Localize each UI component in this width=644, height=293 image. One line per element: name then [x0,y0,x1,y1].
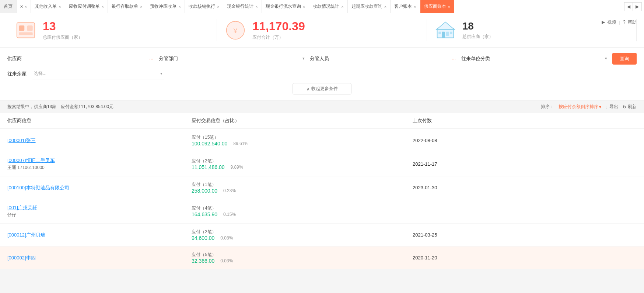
supplier-link-3[interactable]: [001]广州荣轩 [7,205,37,210]
supplier-input[interactable] [34,54,149,64]
trans-row-4: 94,600.000.08% [192,235,413,241]
last-payment-cell-1: 2021-11-17 [413,161,637,167]
header-last-payment: 上次付数 [413,117,637,124]
svg-rect-1 [19,25,24,31]
nav-tab-ar-ap-adjust[interactable]: 应收应付调整单× [65,0,108,13]
supplier-link-2[interactable]: [000100]本特勤油品有限公司 [7,185,69,190]
transaction-cell-0: 应付（15笔）100,092,540.0089.61% [192,134,413,146]
header-actions: ▶ 视频 | ? 帮助 [602,19,637,25]
transaction-cell-5: 应付（5笔）32,366.000.03% [192,252,413,264]
svg-rect-8 [442,32,444,38]
nav-tab-cash-bank-flow[interactable]: 现金银行流水查询× [262,0,309,13]
filter-area: 供应商 ··· 分管部门 ▾ 分管人员 ··· 往来单位分类 [0,48,644,101]
nav-tab-tab3[interactable]: 3× [17,0,31,13]
nav-prev-arrow[interactable]: ◀ [624,2,633,11]
collapse-button[interactable]: ∧ 收起更多条件 [293,83,351,94]
nav-tab-close-payment-stat[interactable]: × [341,4,343,9]
filter-row-2: 往来余额 选择... ▾ [7,68,637,79]
supplier-input-container[interactable]: ··· [32,54,155,64]
filter-balance: 往来余额 选择... ▾ [7,68,164,79]
trans-amount-2: 258,000.00 [192,188,217,194]
nav-tab-bank-deposit[interactable]: 银行存取款单× [108,0,146,13]
supplier-link-0[interactable]: [000001]张三 [7,138,36,143]
balance-select[interactable]: 选择... ▾ [32,68,164,79]
trans-label-5: 应付（5笔） [192,252,413,258]
dept-filter-label: 分管部门 [159,55,181,62]
nav-tab-close-cash-bank-stat[interactable]: × [255,4,258,9]
header-transaction-info: 应付交易信息（占比） [192,117,413,124]
nav-tab-overdue-ar[interactable]: 超期应收款查询× [348,0,391,13]
refresh-button[interactable]: ↻ 刷新 [623,104,637,110]
category-filter-label: 往来单位分类 [461,55,490,62]
category-select[interactable]: ▾ [493,53,609,64]
nav-tab-prepaid-ar[interactable]: 预收冲应收单× [146,0,185,13]
table-body: [000001]张三应付（15笔）100,092,540.0089.61%202… [0,129,644,269]
trans-percent-4: 0.08% [220,235,233,241]
supplier-link-4[interactable]: [000012]广州贝瑞 [7,232,45,238]
dept-dropdown-icon: ▾ [302,56,305,61]
dept-select[interactable]: ▾ [184,53,307,64]
nav-tab-close-ar-ap-adjust[interactable]: × [102,4,104,9]
payable-suppliers-number: 13 [43,20,83,33]
supplier-cell-2: [000100]本特勤油品有限公司 [7,185,192,191]
last-payment-cell-5: 2020-11-20 [413,255,637,261]
table-header: 供应商信息 应付交易信息（占比） 上次付数 [0,113,644,129]
category-dropdown-icon: ▾ [605,56,607,61]
nav-tab-close-bank-deposit[interactable]: × [140,4,142,9]
nav-tab-close-overdue-ar[interactable]: × [384,4,386,9]
person-input-container[interactable]: ··· [335,54,458,64]
supplier-icon [15,19,37,41]
trans-label-1: 应付（2笔） [192,158,413,164]
video-icon: ▶ [602,20,605,25]
nav-tab-close-payment-verify[interactable]: × [217,4,219,9]
nav-tab-close-cash-bank-flow[interactable]: × [303,4,305,9]
result-bar: 搜索结果中，供应商13家 应付金额111,703,854.00元 排序： 按应付… [0,101,644,113]
trans-row-1: 11,051,486.009.89% [192,164,413,170]
table-row: [001]广州荣轩仔仔应付（4笔）164,635.900.15% [0,199,644,224]
nav-tab-customer-ledger[interactable]: 客户账本× [391,0,420,13]
supplier-dots-icon[interactable]: ··· [149,56,154,62]
last-payment-cell-4: 2021-03-25 [413,232,637,238]
stat-info-payable-amount: 11,170.39 应付合计（万） [252,20,305,41]
top-navigation: 首页3×其他收入单×应收应付调整单×银行存取款单×预收冲应收单×收款核销执行×现… [0,0,644,13]
nav-tab-payment-verify[interactable]: 收款核销执行× [185,0,223,13]
svg-text:¥: ¥ [233,27,238,35]
export-button[interactable]: ↓ 导出 [606,104,618,110]
trans-row-2: 258,000.000.23% [192,188,413,194]
supplier-count-text: 搜索结果中，供应商13家 [7,104,56,109]
nav-tab-payment-stat[interactable]: 收款情况统计× [309,0,347,13]
trans-amount-1: 11,051,486.00 [192,164,225,170]
nav-tab-other-income[interactable]: 其他收入单× [31,0,65,13]
filter-category: 往来单位分类 ▾ [461,53,609,64]
video-link[interactable]: ▶ 视频 [602,19,616,25]
person-input[interactable] [336,54,452,64]
nav-tab-close-other-income[interactable]: × [59,4,61,9]
nav-tab-close-customer-ledger[interactable]: × [414,4,416,9]
nav-tab-close-tab3[interactable]: × [25,4,27,9]
nav-tab-close-supplier-ledger[interactable]: × [448,4,450,9]
trans-row-3: 164,635.900.15% [192,211,413,217]
filter-supplier: 供应商 ··· [7,54,155,64]
balance-select-value: 选择... [34,70,46,77]
person-dots-icon[interactable]: ··· [452,56,456,62]
nav-tab-supplier-ledger[interactable]: 供应商账本× [420,0,454,13]
amount-icon: ¥ [224,19,246,41]
refresh-label: 刷新 [628,104,637,110]
trans-percent-1: 9.89% [231,165,243,170]
nav-next-arrow[interactable]: ▶ [633,2,642,11]
query-button[interactable]: 查询 [612,53,637,65]
last-payment-cell-2: 2023-01-30 [413,185,637,190]
nav-tab-cash-bank-stat[interactable]: 现金银行统计× [223,0,262,13]
supplier-link-5[interactable]: [000002]李四 [7,255,36,261]
help-link[interactable]: ? 帮助 [623,19,637,25]
svg-marker-7 [436,22,454,30]
trans-amount-0: 100,092,540.00 [192,141,227,146]
header-supplier-info: 供应商信息 [7,117,192,124]
sort-select[interactable]: 按应付余额倒序排序 ▾ [559,104,601,110]
nav-tab-close-prepaid-ar[interactable]: × [178,4,181,9]
supplier-link-1[interactable]: [000007]恒旺二手叉车 [7,158,55,163]
trans-percent-2: 0.23% [223,188,236,193]
nav-tab-home[interactable]: 首页 [0,0,17,13]
result-info: 搜索结果中，供应商13家 应付金额111,703,854.00元 [7,104,113,110]
supplier-sub-3: 仔仔 [7,212,192,218]
